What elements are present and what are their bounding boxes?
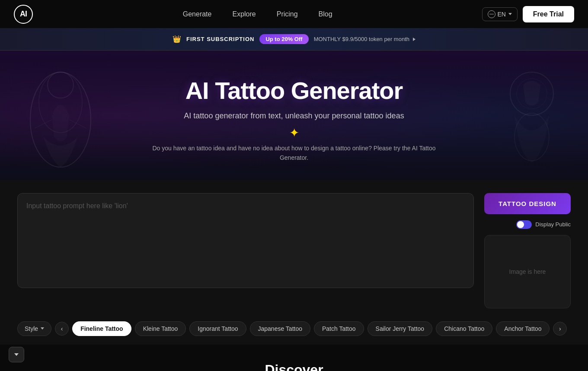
toggle-knob bbox=[517, 221, 524, 228]
sidebar-panel: TATTOO DESIGN Display Public Image is he… bbox=[484, 193, 571, 308]
chevron-down-icon bbox=[14, 353, 19, 356]
generator-section: TATTOO DESIGN Display Public Image is he… bbox=[0, 180, 588, 321]
style-chip-chicano[interactable]: Chicano Tattoo bbox=[436, 321, 492, 336]
image-placeholder-text: Image is here bbox=[509, 268, 546, 275]
style-chip-anchor[interactable]: Anchor Tattoo bbox=[496, 321, 550, 336]
style-chip-ignorant[interactable]: Ignorant Tattoo bbox=[189, 321, 246, 336]
promo-monthly[interactable]: MONTHLY $9.9/5000 token per month bbox=[314, 36, 415, 42]
language-button[interactable]: EN bbox=[482, 7, 517, 21]
logo-mark: AI bbox=[14, 5, 33, 24]
hero-subtitle: AI tattoo generator from text, unleash y… bbox=[9, 111, 579, 120]
style-chip-fineline[interactable]: Fineline Tattoo bbox=[72, 321, 131, 336]
style-chip-japanese[interactable]: Japanese Tattoo bbox=[250, 321, 311, 336]
discover-section: Discover bbox=[0, 345, 588, 371]
prompt-textarea[interactable] bbox=[17, 193, 474, 288]
logo[interactable]: AI bbox=[14, 5, 33, 24]
prompt-area bbox=[17, 193, 474, 288]
display-public-label: Display Public bbox=[535, 221, 571, 228]
nav-pricing[interactable]: Pricing bbox=[268, 7, 307, 22]
style-chip-sailor-jerry[interactable]: Sailor Jerry Tattoo bbox=[368, 321, 433, 336]
lang-label: EN bbox=[497, 11, 505, 18]
discover-title: Discover bbox=[17, 362, 571, 371]
nav-right: EN Free Trial bbox=[482, 6, 574, 22]
nav-links: Generate Explore Pricing Blog bbox=[174, 7, 341, 22]
style-dropdown[interactable]: Style bbox=[17, 321, 51, 336]
tattoo-design-button[interactable]: TATTOO DESIGN bbox=[484, 193, 571, 214]
display-public-row: Display Public bbox=[484, 220, 571, 229]
style-prev-button[interactable]: ‹ bbox=[55, 322, 69, 336]
style-chip-patch[interactable]: Patch Tattoo bbox=[314, 321, 364, 336]
promo-badge[interactable]: Up to 20% Off bbox=[259, 34, 308, 44]
hero-section: AI Tattoo Generator AI tattoo generator … bbox=[0, 51, 588, 180]
image-preview: Image is here bbox=[484, 235, 571, 308]
nav-explore[interactable]: Explore bbox=[224, 7, 264, 22]
sparkle-icon: ✦ bbox=[9, 126, 579, 140]
hero-content: AI Tattoo Generator AI tattoo generator … bbox=[9, 76, 579, 163]
style-chip-kleine[interactable]: Kleine Tattoo bbox=[135, 321, 186, 336]
chevron-down-icon bbox=[508, 13, 512, 15]
promo-banner: 👑 FIRST SUBSCRIPTION Up to 20% Off MONTH… bbox=[0, 28, 588, 51]
promo-label: FIRST SUBSCRIPTION bbox=[186, 36, 254, 42]
style-next-button[interactable]: › bbox=[553, 322, 567, 336]
scroll-down-button[interactable] bbox=[9, 347, 24, 362]
navbar: AI Generate Explore Pricing Blog EN Free… bbox=[0, 0, 588, 28]
style-chevron-icon bbox=[41, 327, 44, 330]
style-chips-row: Style ‹ Fineline Tattoo Kleine Tattoo Ig… bbox=[0, 321, 588, 345]
nav-blog[interactable]: Blog bbox=[310, 7, 341, 22]
hero-title: AI Tattoo Generator bbox=[9, 76, 579, 105]
globe-icon bbox=[488, 10, 495, 18]
free-trial-button[interactable]: Free Trial bbox=[523, 6, 574, 22]
crown-icon: 👑 bbox=[173, 35, 181, 43]
hero-description: Do you have an tattoo idea and have no i… bbox=[143, 143, 445, 163]
display-public-toggle[interactable] bbox=[516, 220, 532, 229]
nav-generate[interactable]: Generate bbox=[174, 7, 220, 22]
arrow-right-icon bbox=[413, 38, 415, 41]
style-label: Style bbox=[25, 325, 38, 332]
